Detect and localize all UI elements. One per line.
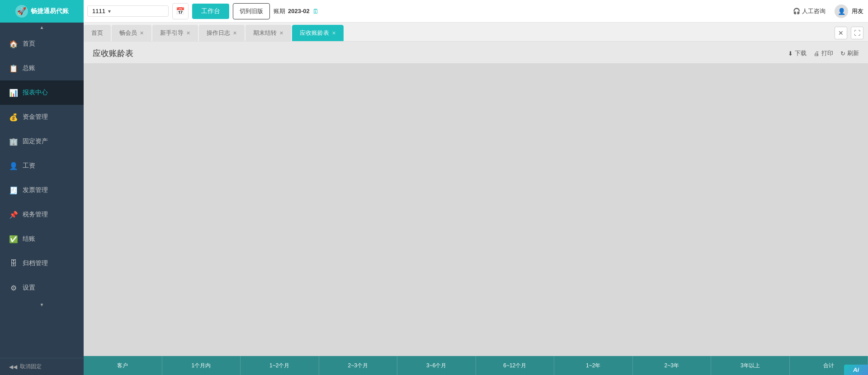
period-area: 账期 2023-02 🗓: [274, 7, 319, 15]
tab-member-close[interactable]: ✕: [140, 30, 144, 36]
home-icon: 🏠: [9, 40, 18, 48]
col-customer: 客户: [84, 356, 162, 375]
sidebar-collapse-btn[interactable]: ◀◀ 取消固定: [0, 358, 84, 375]
sidebar-item-checkout[interactable]: ✅ 结账: [0, 227, 84, 251]
col-3month: 2~3个月: [319, 356, 398, 375]
sidebar-label-ledger: 总账: [23, 64, 35, 72]
pin-icon: ◀◀: [9, 364, 17, 370]
refresh-button[interactable]: ↻ 刷新: [840, 49, 859, 57]
col-1month: 1个月内: [162, 356, 241, 375]
tab-log[interactable]: 操作日志 ✕: [199, 25, 245, 41]
tab-aging-close[interactable]: ✕: [332, 30, 336, 36]
logo-text: 🚀 畅捷通易代账: [15, 5, 69, 18]
refresh-icon: ↻: [840, 50, 845, 57]
sidebar-scroll-down[interactable]: ▼: [0, 300, 84, 309]
ledger-icon: 📋: [9, 64, 18, 73]
tab-aging-label: 应收账龄表: [300, 29, 329, 37]
tab-guide[interactable]: 新手引导 ✕: [152, 25, 198, 41]
avatar: 👤: [835, 5, 848, 18]
checkout-icon: ✅: [9, 235, 18, 244]
sidebar-label-funds: 资金管理: [23, 113, 48, 121]
col-total-label: 合计: [823, 362, 834, 370]
sidebar-label-archive: 归档管理: [23, 259, 48, 267]
col-12month-label: 6~12个月: [503, 362, 526, 370]
user-area[interactable]: 👤 用友: [835, 5, 863, 18]
tab-home[interactable]: 首页: [84, 25, 111, 41]
sidebar-item-reports[interactable]: 📊 报表中心: [0, 80, 84, 105]
download-icon: ⬇: [788, 50, 793, 57]
sidebar-label-assets: 固定资产: [23, 137, 48, 145]
sidebar: ▲ 🏠 首页 📋 总账 📊 报表中心 💰 资金管理 🏢 固定资产 👤 工资 🧾 …: [0, 23, 84, 375]
download-button[interactable]: ⬇ 下载: [788, 49, 807, 57]
sidebar-label-salary: 工资: [23, 162, 35, 170]
invoice-icon: 🧾: [9, 186, 18, 195]
company-selector[interactable]: 1111 ▾: [87, 5, 169, 17]
logo-area: 🚀 畅捷通易代账: [0, 0, 84, 23]
tab-aging[interactable]: 应收账龄表 ✕: [292, 25, 344, 41]
sidebar-label-settings: 设置: [23, 284, 35, 292]
tab-period-label: 期末结转: [253, 29, 277, 37]
switch-old-button[interactable]: 切到旧版: [233, 3, 270, 19]
sidebar-item-tax[interactable]: 📌 税务管理: [0, 202, 84, 227]
consulting-label: 人工咨询: [802, 7, 826, 15]
user-name: 用友: [852, 7, 863, 15]
collapse-label: 取消固定: [20, 363, 42, 370]
col-2month-label: 1~2个月: [269, 362, 289, 370]
tab-period-close[interactable]: ✕: [279, 30, 283, 36]
sidebar-item-funds[interactable]: 💰 资金管理: [0, 105, 84, 129]
funds-icon: 💰: [9, 113, 18, 122]
col-6month: 3~6个月: [397, 356, 476, 375]
print-icon: 🖨: [814, 50, 820, 57]
ai-badge: Ai: [844, 365, 868, 375]
tab-log-close[interactable]: ✕: [233, 30, 237, 36]
col-2month: 1~2个月: [241, 356, 319, 375]
assets-icon: 🏢: [9, 137, 18, 146]
page-title: 应收账龄表: [93, 48, 133, 59]
tax-icon: 📌: [9, 211, 18, 219]
workbench-button[interactable]: 工作台: [192, 4, 229, 19]
sidebar-item-home[interactable]: 🏠 首页: [0, 32, 84, 56]
col-3year: 3年以上: [711, 356, 790, 375]
calendar-icon[interactable]: 📅: [172, 3, 189, 19]
tab-guide-label: 新手引导: [160, 29, 184, 37]
col-2year-label: 2~3年: [665, 362, 679, 370]
main-layout: ▲ 🏠 首页 📋 总账 📊 报表中心 💰 资金管理 🏢 固定资产 👤 工资 🧾 …: [0, 23, 868, 375]
col-1year: 1~2年: [554, 356, 633, 375]
salary-icon: 👤: [9, 162, 18, 170]
consulting-button[interactable]: 🎧 人工咨询: [793, 7, 826, 15]
headset-icon: 🎧: [793, 8, 800, 14]
tab-guide-close[interactable]: ✕: [186, 30, 190, 36]
print-label: 打印: [821, 49, 833, 57]
sidebar-item-invoice[interactable]: 🧾 发票管理: [0, 178, 84, 202]
bottom-table-header: 客户 1个月内 1~2个月 2~3个月 3~6个月 6~12个月: [84, 356, 868, 375]
page-content: 应收账龄表 ⬇ 下载 🖨 打印 ↻ 刷新: [84, 42, 868, 375]
tab-close-all-button[interactable]: ✕: [835, 27, 847, 39]
sidebar-item-settings[interactable]: ⚙ 设置: [0, 276, 84, 300]
header-right: 🎧 人工咨询 👤 用友: [793, 5, 863, 18]
col-1year-label: 1~2年: [586, 362, 600, 370]
sidebar-item-assets[interactable]: 🏢 固定资产: [0, 129, 84, 154]
col-3year-label: 3年以上: [741, 362, 760, 370]
tab-expand-button[interactable]: ⛶: [851, 27, 863, 39]
sidebar-item-archive[interactable]: 🗄 归档管理: [0, 251, 84, 276]
tab-home-label: 首页: [91, 29, 103, 37]
sidebar-item-salary[interactable]: 👤 工资: [0, 154, 84, 178]
tab-period[interactable]: 期末结转 ✕: [245, 25, 291, 41]
sidebar-item-ledger[interactable]: 📋 总账: [0, 56, 84, 80]
col-3month-label: 2~3个月: [348, 362, 368, 370]
col-12month: 6~12个月: [476, 356, 555, 375]
tab-member[interactable]: 畅会员 ✕: [112, 25, 151, 41]
calendar-small-icon[interactable]: 🗓: [312, 8, 319, 15]
tab-member-label: 畅会员: [119, 29, 137, 37]
content-area: 首页 畅会员 ✕ 新手引导 ✕ 操作日志 ✕ 期末结转 ✕ 应收账龄表 ✕: [84, 23, 868, 375]
print-button[interactable]: 🖨 打印: [814, 49, 833, 57]
page-actions: ⬇ 下载 🖨 打印 ↻ 刷新: [788, 49, 859, 57]
col-1month-label: 1个月内: [191, 362, 211, 370]
reports-icon: 📊: [9, 89, 18, 97]
top-header: 🚀 畅捷通易代账 1111 ▾ 📅 工作台 切到旧版 账期 2023-02 🗓 …: [0, 0, 868, 23]
tab-bar: 首页 畅会员 ✕ 新手引导 ✕ 操作日志 ✕ 期末结转 ✕ 应收账龄表 ✕: [84, 23, 868, 42]
refresh-label: 刷新: [847, 49, 859, 57]
tab-log-label: 操作日志: [207, 29, 230, 37]
sidebar-label-reports: 报表中心: [23, 89, 48, 97]
sidebar-scroll-up[interactable]: ▲: [0, 23, 84, 32]
